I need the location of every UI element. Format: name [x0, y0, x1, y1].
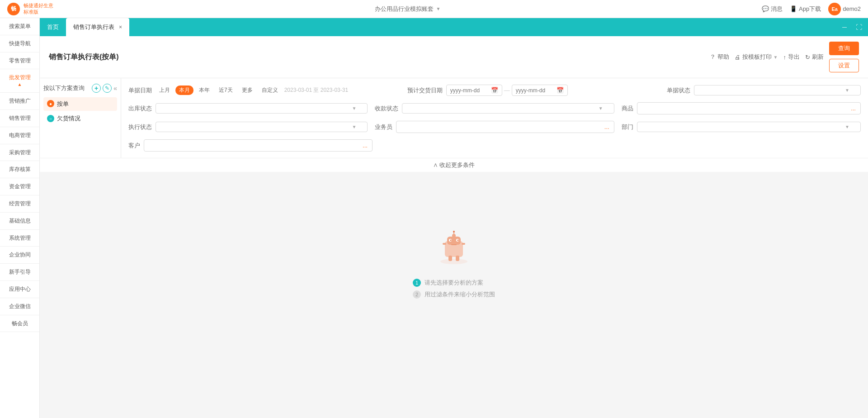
svg-point-14: [453, 231, 455, 233]
dept-wrap: ▼: [637, 122, 861, 132]
tab-maximize-btn[interactable]: ⛶: [854, 22, 864, 33]
sidebar-item-finance[interactable]: 资金管理: [0, 178, 39, 195]
sidebar-item-inventory[interactable]: 库存核算: [0, 161, 39, 178]
app-download-icon: 📱: [790, 5, 797, 12]
customer-ellipsis-btn[interactable]: ...: [363, 142, 368, 149]
date-btn-this-year[interactable]: 本年: [195, 86, 213, 95]
stock-status-wrap: ▼: [156, 103, 368, 114]
expected-date-to-wrap: 📅: [512, 85, 568, 96]
receipt-status-select[interactable]: ▼: [402, 103, 614, 114]
settings-button[interactable]: 设置: [829, 59, 859, 72]
app-logo-text: 畅捷通好生意 标准版: [24, 3, 53, 14]
export-icon: ↑: [783, 54, 787, 61]
scheme-item-debt[interactable]: ○ 欠货情况: [43, 112, 117, 125]
sidebar-item-business[interactable]: 经营管理: [0, 195, 39, 213]
goods-group: 商品 ...: [622, 102, 861, 114]
calendar-to-icon: 📅: [557, 87, 564, 94]
empty-step-2: 2 用过滤条件来缩小分析范围: [413, 290, 495, 299]
top-bar: 畅 畅捷通好生意 标准版 办公用品行业模拟账套 ▼ 💬 消息 📱 App下载 E…: [0, 0, 868, 18]
salesperson-label: 业务员: [375, 123, 392, 131]
goods-input[interactable]: ...: [637, 102, 861, 114]
salesperson-ellipsis-btn[interactable]: ...: [604, 124, 609, 130]
expected-date-from-input[interactable]: [450, 87, 489, 94]
goods-ellipsis-btn[interactable]: ...: [851, 105, 856, 112]
refresh-icon: ↻: [805, 54, 810, 61]
help-btn[interactable]: ？ 帮助: [710, 53, 729, 61]
exec-status-select[interactable]: ▼: [156, 122, 368, 132]
scheme-collapse-btn[interactable]: «: [113, 85, 117, 92]
industry-selector[interactable]: 办公用品行业模拟账套 ▼: [375, 5, 441, 13]
date-btn-more[interactable]: 更多: [238, 86, 256, 95]
refresh-btn[interactable]: ↻ 刷新: [805, 53, 824, 61]
app-download-btn[interactable]: 📱 App下载: [790, 5, 821, 13]
tab-bar: 首页 销售订单执行表 × ─ ⛶: [40, 18, 868, 36]
export-btn[interactable]: ↑ 导出: [783, 53, 800, 61]
salesperson-input[interactable]: ...: [396, 121, 614, 133]
tab-minimize-btn[interactable]: ─: [839, 22, 850, 33]
sidebar: 搜索菜单 快捷导航 零售管理 批发管理 ▲ 营销推广 销售管理 电商管理 采购管…: [0, 18, 40, 418]
main-layout: 搜索菜单 快捷导航 零售管理 批发管理 ▲ 营销推广 销售管理 电商管理 采购管…: [0, 18, 868, 418]
date-btn-this-month[interactable]: 本月: [175, 86, 193, 95]
expected-date-to-input[interactable]: [516, 87, 555, 94]
tab-home[interactable]: 首页: [40, 18, 66, 36]
sidebar-item-newbie[interactable]: 新手引导: [0, 264, 39, 281]
calendar-from-icon: 📅: [491, 87, 498, 94]
svg-rect-7: [451, 244, 457, 245]
sidebar-item-appstore[interactable]: 应用中心: [0, 281, 39, 298]
sidebar-item-basic[interactable]: 基础信息: [0, 213, 39, 230]
sidebar-item-wholesale[interactable]: 批发管理 ▲: [0, 69, 39, 93]
customer-group: 客户 ...: [128, 139, 373, 152]
empty-steps-list: 1 请先选择要分析的方案 2 用过滤条件来缩小分析范围: [413, 279, 495, 302]
sidebar-item-search[interactable]: 搜索菜单: [0, 18, 39, 35]
message-btn[interactable]: 💬 消息: [762, 5, 783, 13]
svg-point-6: [458, 239, 459, 241]
status-select-wrap: ▼: [694, 85, 861, 95]
sidebar-item-marketing[interactable]: 营销推广: [0, 93, 39, 110]
status-select[interactable]: ▼: [694, 85, 861, 95]
dept-select[interactable]: ▼: [637, 122, 861, 132]
page-header: 销售订单执行表(按单) ？ 帮助 🖨 按模板打印 ▼ ↑ 导出: [40, 36, 868, 78]
date-btn-last-7[interactable]: 近7天: [215, 86, 236, 95]
dept-arrow: ▼: [845, 124, 849, 129]
sidebar-item-purchase[interactable]: 采购管理: [0, 144, 39, 162]
scheme-item-press[interactable]: ● 按单: [43, 97, 117, 111]
exec-status-wrap: ▼: [156, 122, 368, 132]
scheme-edit-btn[interactable]: ✎: [103, 84, 112, 93]
user-avatar-area[interactable]: Ea demo2: [828, 3, 861, 15]
status-label: 单据状态: [667, 86, 690, 95]
customer-input[interactable]: ...: [144, 139, 373, 152]
svg-rect-8: [443, 243, 446, 245]
sidebar-item-system[interactable]: 系统管理: [0, 230, 39, 247]
goods-label: 商品: [622, 104, 633, 113]
tab-close-btn[interactable]: ×: [119, 24, 122, 30]
date-btn-last-month[interactable]: 上月: [156, 86, 174, 95]
print-dropdown-arrow: ▼: [774, 55, 778, 60]
svg-point-12: [452, 234, 456, 238]
sidebar-item-enterprise[interactable]: 企业协同: [0, 247, 39, 264]
print-template-btn[interactable]: 🖨 按模板打印 ▼: [735, 53, 778, 61]
filter-row-4: 客户 ...: [128, 139, 861, 152]
industry-dropdown-arrow: ▼: [436, 6, 441, 11]
user-avatar: Ea: [828, 3, 841, 15]
sidebar-item-sales[interactable]: 销售管理: [0, 110, 39, 127]
step-2-num: 2: [413, 290, 421, 299]
sidebar-item-weixin[interactable]: 企业微信: [0, 298, 39, 315]
date-label: 单据日期: [128, 86, 152, 95]
expected-date-label: 预计交货日期: [407, 86, 443, 95]
sidebar-item-retail[interactable]: 零售管理: [0, 52, 39, 70]
sidebar-item-quick-nav[interactable]: 快捷导航: [0, 35, 39, 52]
page-actions: ？ 帮助 🖨 按模板打印 ▼ ↑ 导出 ↻ 刷新: [710, 42, 859, 72]
query-button[interactable]: 查询: [829, 42, 859, 55]
tab-sales-exec[interactable]: 销售订单执行表 ×: [66, 18, 129, 36]
collapse-bar[interactable]: ∧ 收起更多条件: [40, 158, 868, 172]
scheme-add-btn[interactable]: +: [92, 84, 101, 93]
sidebar-item-member[interactable]: 畅会员: [0, 315, 39, 332]
sidebar-item-ecommerce[interactable]: 电商管理: [0, 127, 39, 144]
top-bar-right: 💬 消息 📱 App下载 Ea demo2: [762, 3, 861, 15]
date-btn-custom[interactable]: 自定义: [258, 86, 282, 95]
exec-status-arrow: ▼: [352, 124, 356, 129]
exec-status-group: 执行状态 ▼: [128, 122, 368, 132]
query-settings-col: 查询 设置: [829, 42, 859, 72]
receipt-status-group: 收款状态 ▼: [375, 103, 614, 114]
stock-status-select[interactable]: ▼: [156, 103, 368, 114]
